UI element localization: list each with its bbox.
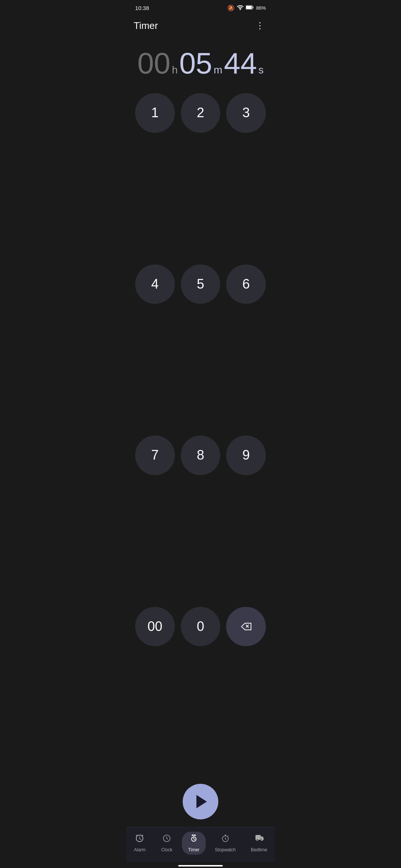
timer-display: 00 h 05 m 44 s: [126, 40, 275, 93]
status-bar: 10:38 🔕 86%: [126, 0, 275, 14]
nav-item-bedtime[interactable]: Bedtime: [245, 832, 273, 855]
clock-icon: [162, 834, 171, 845]
timer-seconds-unit: s: [258, 64, 264, 76]
timer-nav-icon: [189, 834, 198, 845]
key-btn-4[interactable]: 4: [135, 264, 175, 304]
wifi-icon: [237, 5, 244, 11]
timer-minutes: 05: [179, 49, 212, 78]
home-bar: [178, 865, 223, 867]
timer-minutes-unit: m: [214, 64, 222, 76]
play-button[interactable]: [183, 784, 218, 819]
nav-item-clock[interactable]: Clock: [155, 832, 179, 855]
nav-label-stopwatch: Stopwatch: [215, 847, 236, 852]
bottom-nav: Alarm Clock Timer Stopw: [126, 827, 275, 862]
play-section: [126, 772, 275, 827]
menu-button[interactable]: ⋮: [252, 17, 267, 34]
home-indicator: [126, 862, 275, 868]
mute-icon: 🔕: [227, 4, 235, 11]
key-btn-7[interactable]: 7: [135, 435, 175, 475]
key-btn-5[interactable]: 5: [181, 264, 221, 304]
key-btn-1[interactable]: 1: [135, 93, 175, 133]
timer-seconds: 44: [224, 49, 257, 78]
bedtime-icon: [255, 834, 264, 845]
play-icon: [196, 795, 207, 808]
key-btn-2[interactable]: 2: [181, 93, 221, 133]
page-title: Timer: [134, 20, 158, 32]
header: Timer ⋮: [126, 14, 275, 40]
nav-label-timer: Timer: [188, 847, 199, 852]
nav-label-clock: Clock: [161, 847, 172, 852]
svg-point-0: [239, 9, 241, 10]
timer-hours-segment: 00 h: [137, 49, 178, 78]
nav-item-alarm[interactable]: Alarm: [128, 832, 151, 855]
nav-label-bedtime: Bedtime: [251, 847, 267, 852]
svg-rect-2: [246, 6, 252, 9]
key-btn-8[interactable]: 8: [181, 435, 221, 475]
timer-minutes-segment: 05 m: [179, 49, 222, 78]
key-btn-0[interactable]: 0: [181, 607, 221, 647]
battery-percent: 86%: [256, 5, 266, 11]
status-time: 10:38: [135, 5, 149, 11]
svg-rect-3: [252, 7, 253, 8]
nav-item-timer[interactable]: Timer: [182, 832, 206, 855]
timer-hours-unit: h: [172, 64, 178, 76]
nav-label-alarm: Alarm: [134, 847, 146, 852]
keypad: 123456789000: [126, 93, 275, 772]
status-icons: 🔕 86%: [227, 4, 266, 11]
key-btn-9[interactable]: 9: [226, 435, 266, 475]
battery-icon: [246, 5, 254, 11]
key-btn-3[interactable]: 3: [226, 93, 266, 133]
stopwatch-icon: [221, 834, 230, 845]
alarm-icon: [135, 834, 144, 845]
key-btn-6[interactable]: 6: [226, 264, 266, 304]
timer-seconds-segment: 44 s: [224, 49, 264, 78]
key-btn-00[interactable]: 00: [135, 607, 175, 647]
timer-hours: 00: [137, 49, 170, 78]
nav-item-stopwatch[interactable]: Stopwatch: [209, 832, 242, 855]
key-btn-delete[interactable]: [226, 607, 266, 647]
